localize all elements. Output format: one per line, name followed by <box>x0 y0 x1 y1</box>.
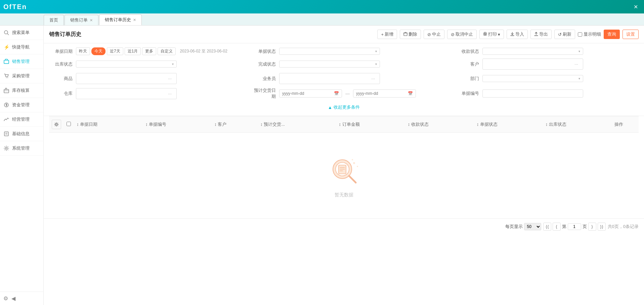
complete-status-control: ▾ <box>279 61 435 68</box>
show-details-checkbox[interactable] <box>578 32 582 37</box>
page-first-button[interactable]: ⟨⟨ <box>543 223 551 231</box>
filter-area: 单据日期 昨天 今天 近7天 近1月 更多 自定义 2023-06-02 至 2… <box>44 43 644 116</box>
select-all-checkbox[interactable] <box>67 122 71 126</box>
department-arrow-icon: ▾ <box>578 77 580 80</box>
customer-label: 客户 <box>456 61 482 67</box>
page-size-dropdown[interactable]: 50 10 20 100 <box>524 223 541 230</box>
sidebar-item-inventory[interactable]: 库存核算 <box>0 83 43 98</box>
page-number-input[interactable] <box>568 223 581 230</box>
customer-input[interactable]: ··· <box>482 59 583 70</box>
sidebar-item-sales[interactable]: 销售管理 <box>0 54 43 69</box>
import-button[interactable]: 导入 <box>507 30 528 39</box>
collapse-label: 收起更多条件 <box>334 104 360 110</box>
product-text-input[interactable] <box>79 76 166 81</box>
sidebar: 搜索菜单 ⚡ 快捷导航 销售管理 采购管理 库存核算 <box>0 26 44 305</box>
warehouse-input[interactable]: ··· <box>76 88 177 99</box>
collapse-sidebar-icon[interactable]: ◀ <box>11 295 15 302</box>
col-payment-status-text: 收款状态 <box>411 122 429 127</box>
salesperson-input[interactable]: ··· <box>279 73 380 84</box>
order-number-input[interactable] <box>482 89 583 98</box>
product-input[interactable]: ··· <box>76 73 177 84</box>
warehouse-more-icon[interactable]: ··· <box>166 90 174 98</box>
page-next-button[interactable]: ⟩ <box>588 223 596 231</box>
salesperson-text-input[interactable] <box>282 76 369 81</box>
new-button[interactable]: + 新增 <box>377 30 397 39</box>
col-number-text: 单据编号 <box>149 122 166 127</box>
complete-status-label: 完成状态 <box>252 61 279 67</box>
delete-label: 删除 <box>409 31 417 37</box>
cancel-stop-label: 取消中止 <box>456 31 473 37</box>
col-date-label: ↕ <box>77 122 80 127</box>
date-btn-7days[interactable]: 近7天 <box>107 47 123 55</box>
delivery-date-from[interactable]: 📅 <box>279 89 342 98</box>
order-number-label: 单据编号 <box>456 90 482 97</box>
settings-button[interactable]: 设置 <box>622 30 639 39</box>
page-prev-button[interactable]: ⟨ <box>553 223 561 231</box>
svg-point-21 <box>56 124 57 125</box>
tab-sales-order-label: 销售订单 <box>70 17 88 23</box>
sidebar-item-system[interactable]: 系统管理 <box>0 141 43 156</box>
empty-text: 暂无数据 <box>335 192 353 198</box>
brand-logo: OfTEn <box>3 3 27 11</box>
complete-status-select[interactable]: ▾ <box>279 61 380 68</box>
refresh-label: 刷新 <box>563 31 571 37</box>
delivery-date-to-input[interactable] <box>356 91 406 96</box>
sidebar-item-search-menu[interactable]: 搜索菜单 <box>0 26 43 40</box>
date-range-display: 2023-06-02 至 2023-06-02 <box>180 48 227 54</box>
export-button[interactable]: 导出 <box>530 30 552 39</box>
order-status-select[interactable]: ▾ <box>279 48 380 55</box>
date-btn-custom[interactable]: 自定义 <box>158 47 176 55</box>
print-button[interactable]: 打印 ▾ <box>479 30 504 39</box>
window-close-button[interactable]: ✕ <box>631 2 641 11</box>
tab-sales-history[interactable]: 销售订单历史 ✕ <box>99 14 142 25</box>
sales-icon <box>3 59 9 65</box>
date-btn-today[interactable]: 今天 <box>91 47 105 55</box>
department-label: 部门 <box>456 76 482 82</box>
sidebar-item-operation-label: 经营管理 <box>12 116 30 122</box>
sidebar-item-base[interactable]: 基础信息 <box>0 127 43 141</box>
salesperson-control: ··· <box>279 73 435 84</box>
customer-text-input[interactable] <box>485 62 572 67</box>
order-status-label: 单据状态 <box>252 48 279 54</box>
cancel-stop-button[interactable]: ⊘ 取消中止 <box>447 30 477 39</box>
delivery-date-to[interactable]: 📅 <box>353 89 416 98</box>
quick-nav-icon: ⚡ <box>3 44 9 50</box>
stop-button[interactable]: ⊘ 中止 <box>424 30 444 39</box>
filter-row-2: 出库状态 ▾ 完成状态 ▾ 客户 <box>49 59 639 70</box>
search-menu-icon <box>3 30 9 36</box>
date-btn-1month[interactable]: 近1月 <box>125 47 141 55</box>
sidebar-item-quick-nav[interactable]: ⚡ 快捷导航 <box>0 40 43 54</box>
sidebar-bottom: ⚙ ◀ <box>0 292 43 305</box>
collapse-button[interactable]: ▲ 收起更多条件 <box>328 104 360 110</box>
salesperson-more-icon[interactable]: ··· <box>369 75 377 82</box>
empty-illustration <box>324 153 364 187</box>
tab-sales-order[interactable]: 销售订单 ✕ <box>65 15 98 25</box>
tab-sales-order-close[interactable]: ✕ <box>90 18 93 23</box>
customer-more-icon[interactable]: ··· <box>572 60 580 68</box>
sidebar-item-finance[interactable]: 资金管理 <box>0 98 43 112</box>
page-last-button[interactable]: ⟩⟩ <box>598 223 606 231</box>
delete-button[interactable]: 删除 <box>400 30 421 39</box>
date-btn-yesterday[interactable]: 昨天 <box>76 47 90 55</box>
show-details-toggle[interactable]: 显示明细 <box>578 31 601 37</box>
settings-bottom-icon[interactable]: ⚙ <box>3 295 8 302</box>
delivery-date-from-input[interactable] <box>282 91 333 96</box>
sidebar-item-operation[interactable]: 经营管理 <box>0 112 43 127</box>
delivery-status-select[interactable]: ▾ <box>76 61 177 68</box>
date-btn-more[interactable]: 更多 <box>142 47 156 55</box>
payment-status-select[interactable]: ▾ <box>482 48 583 55</box>
collapse-icon: ▲ <box>328 105 332 110</box>
tab-home[interactable]: 首页 <box>44 15 64 25</box>
department-select[interactable]: ▾ <box>482 75 583 82</box>
sidebar-item-purchase[interactable]: 采购管理 <box>0 69 43 83</box>
show-details-label: 显示明细 <box>584 31 601 37</box>
product-more-icon[interactable]: ··· <box>166 75 174 82</box>
table-settings-button[interactable] <box>52 120 61 129</box>
query-button[interactable]: 查询 <box>604 30 620 39</box>
table-settings-header <box>49 116 64 133</box>
warehouse-text-input[interactable] <box>79 91 166 96</box>
refresh-button[interactable]: ↺ 刷新 <box>554 30 575 39</box>
settings-btn-label: 设置 <box>626 31 635 37</box>
tab-sales-history-close[interactable]: ✕ <box>133 18 136 22</box>
order-number-text-input[interactable] <box>485 91 580 96</box>
